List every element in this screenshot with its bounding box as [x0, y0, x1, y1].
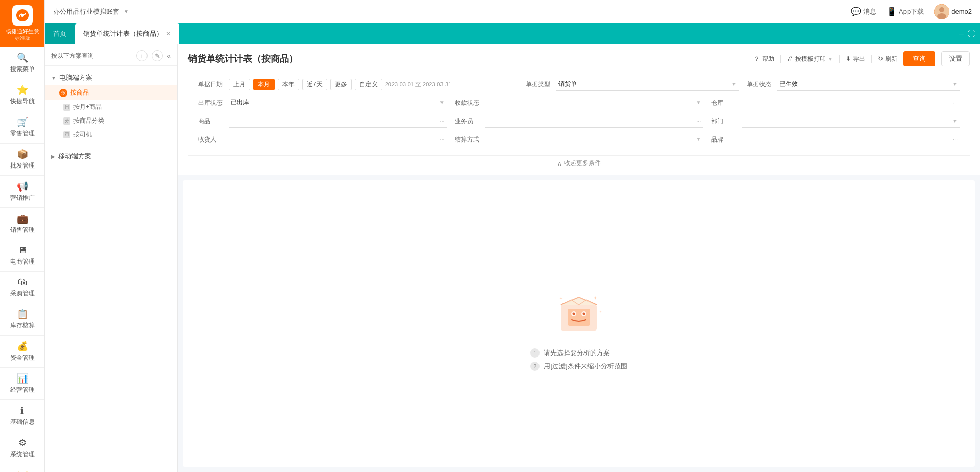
docstatus-dropdown-icon: ▼ [952, 81, 958, 87]
tab-close-btn[interactable]: ✕ [166, 31, 171, 37]
sidebar-item-retail[interactable]: 🛒 零售管理 [0, 111, 44, 144]
sidebar-item-inventory[interactable]: 📋 库存核算 [0, 303, 44, 336]
sidebar-label-inventory: 库存核算 [10, 321, 35, 330]
empty-state: ✦ ✦ ✦ 1 请先选择要分析的方案 2 用[过滤]条件来缩小分析范围 [183, 180, 975, 467]
scheme-item-by-month-product[interactable]: 日 按月+商品 [45, 100, 177, 114]
app-download-label: App下载 [899, 7, 924, 16]
date-7days-btn[interactable]: 近7天 [302, 79, 327, 90]
receiptstatus-value[interactable]: ▼ [485, 96, 703, 109]
salesperson-ellipsis-icon: ··· [696, 118, 701, 124]
payment-value[interactable]: ▼ [485, 133, 703, 146]
sidebar-item-basic[interactable]: ℹ 基础信息 [0, 400, 44, 432]
docstatus-value[interactable]: 已生效 ▼ [777, 78, 960, 91]
user-avatar-btn[interactable]: demo2 [934, 4, 972, 19]
edit-scheme-btn[interactable]: ✎ [152, 50, 163, 61]
filter-warehouse-field: 仓库 ··· [711, 96, 960, 109]
retail-icon: 🛒 [17, 116, 28, 128]
doctype-dropdown-icon: ▼ [731, 81, 737, 87]
salesperson-value[interactable]: ··· [485, 114, 703, 128]
pc-scheme-header[interactable]: ▼ 电脑端方案 [45, 70, 177, 85]
warehouse-value[interactable]: ··· [742, 96, 960, 109]
sidebar-item-ecommerce[interactable]: 🖥 电商管理 [0, 240, 44, 272]
filter-product-field: 商品 ··· [198, 114, 447, 128]
messages-btn[interactable]: 💬 消息 [851, 7, 876, 16]
tip-num-1: 1 [530, 348, 540, 358]
sidebar-item-enterprise[interactable]: 🤝 企业协同 [0, 464, 44, 472]
date-more-btn[interactable]: 更多 [330, 79, 352, 90]
sidebar-item-system[interactable]: ⚙ 系统管理 [0, 432, 44, 464]
empty-tips: 1 请先选择要分析的方案 2 用[过滤]条件来缩小分析范围 [530, 348, 627, 371]
sidebar: 畅捷通好生意 标准版 🔍 搜索菜单 ⭐ 快捷导航 🛒 零售管理 📦 批发管理 📢… [0, 0, 45, 472]
divider2 [839, 55, 840, 63]
sidebar-item-wholesale[interactable]: 📦 批发管理 [0, 144, 44, 176]
export-label: 导出 [853, 55, 865, 63]
export-btn[interactable]: ⬇ 导出 [846, 55, 865, 63]
print-btn[interactable]: 🖨 按模板打印 ▼ [787, 55, 833, 63]
edit-icon: ✎ [155, 52, 160, 60]
filter-recipient-field: 收货人 ··· [198, 133, 447, 146]
sidebar-item-purchase[interactable]: 🛍 采购管理 [0, 272, 44, 303]
warehouse-ellipsis-icon: ··· [953, 100, 958, 106]
maximize-icon[interactable]: ⛶ [968, 30, 975, 38]
tab-home[interactable]: 首页 [45, 23, 75, 44]
date-this-year-btn[interactable]: 本年 [278, 79, 299, 90]
recipient-value[interactable]: ··· [229, 133, 447, 146]
pc-section-title: 电脑端方案 [59, 73, 171, 82]
message-icon: 💬 [851, 7, 861, 16]
filter-receiptstatus-field: 收款状态 ▼ [455, 96, 703, 109]
sidebar-label-retail: 零售管理 [10, 129, 35, 138]
outstatus-value[interactable]: 已出库 ▼ [229, 96, 447, 109]
sidebar-item-operations[interactable]: 📊 经营管理 [0, 368, 44, 400]
recipient-label: 收货人 [198, 135, 225, 144]
query-btn[interactable]: 查询 [903, 51, 935, 66]
brand-ellipsis-icon: ··· [953, 136, 958, 143]
scheme-item-by-company[interactable]: 司 按司机 [45, 128, 177, 141]
dept-value[interactable]: ▼ [742, 114, 960, 128]
avatar [934, 4, 949, 19]
sidebar-item-sales[interactable]: 💼 销售管理 [0, 208, 44, 240]
refresh-label: 刷新 [885, 55, 897, 63]
workspace-selector[interactable]: 办公用品行业模拟账套 ▼ [53, 7, 129, 16]
scheme-item-category-label: 按商品分类 [74, 116, 104, 125]
date-last-month-btn[interactable]: 上月 [229, 79, 250, 90]
collapse-more-bar[interactable]: ∧ 收起更多条件 [188, 155, 970, 171]
help-btn[interactable]: ？ 帮助 [754, 55, 774, 63]
mobile-section-arrow: ▶ [51, 154, 55, 159]
payment-dropdown-icon: ▼ [696, 136, 701, 142]
dept-label: 部门 [711, 117, 738, 126]
doctype-value[interactable]: 销货单 ▼ [556, 78, 739, 91]
mobile-scheme-header[interactable]: ▶ 移动端方案 [45, 149, 177, 164]
divider1 [780, 55, 781, 63]
product-value[interactable]: ··· [229, 114, 447, 128]
brand-value[interactable]: ··· [742, 133, 960, 146]
scheme-item-by-category[interactable]: 分 按商品分类 [45, 114, 177, 128]
sidebar-item-marketing[interactable]: 📢 营销推广 [0, 176, 44, 208]
product-label: 商品 [198, 117, 225, 126]
refresh-btn[interactable]: ↻ 刷新 [878, 55, 897, 63]
sidebar-item-quick-nav[interactable]: ⭐ 快捷导航 [0, 79, 44, 111]
month-product-icon: 日 [63, 104, 70, 111]
app-download-btn[interactable]: 📱 App下载 [887, 7, 924, 16]
filter-doctype-field: 单据类型 销货单 ▼ [526, 78, 739, 91]
settings-btn[interactable]: 设置 [941, 51, 970, 66]
sales-icon: 💼 [17, 213, 28, 224]
sidebar-item-search[interactable]: 🔍 搜索菜单 [0, 47, 44, 79]
outstatus-dropdown-icon: ▼ [439, 100, 445, 105]
tab-stats[interactable]: 销货单统计计表（按商品） ✕ [75, 23, 179, 44]
content-area: 按以下方案查询 + ✎ « ▼ 电脑端方案 按 [45, 44, 980, 472]
date-this-month-btn[interactable]: 本月 [253, 79, 275, 90]
add-scheme-btn[interactable]: + [136, 50, 148, 61]
filter-panel: 按以下方案查询 + ✎ « ▼ 电脑端方案 按 [45, 44, 178, 472]
home-tab-label: 首页 [53, 29, 66, 38]
sidebar-label-wholesale: 批发管理 [10, 161, 35, 170]
scheme-item-by-product[interactable]: 按 按商品 [45, 85, 177, 100]
main-area: 办公用品行业模拟账套 ▼ 💬 消息 📱 App下载 de [45, 0, 980, 472]
collapse-panel-btn[interactable]: « [167, 52, 171, 60]
sidebar-item-finance[interactable]: 💰 资金管理 [0, 336, 44, 368]
sidebar-label-quick-nav: 快捷导航 [10, 97, 35, 106]
filter-salesperson-field: 业务员 ··· [455, 114, 703, 128]
print-icon: 🖨 [787, 55, 793, 62]
tip-num-2: 2 [530, 362, 540, 371]
minimize-icon[interactable]: ─ [959, 30, 964, 38]
date-custom-btn[interactable]: 自定义 [355, 79, 382, 90]
